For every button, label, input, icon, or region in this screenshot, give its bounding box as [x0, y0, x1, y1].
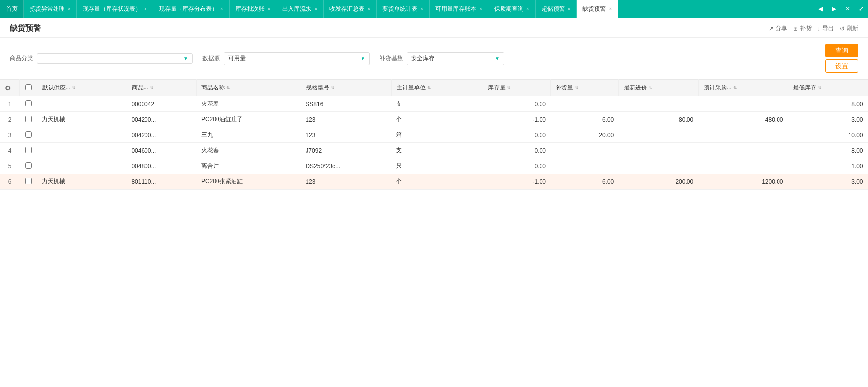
row-replenish-qty-2: 6.00 [551, 112, 618, 127]
top-navigation: 首页拣货异常处理×现存量（库存状况表）×现存量（库存分布表）×库存批次账×出入库… [0, 0, 868, 18]
nav-tab-label: 可用量库存账本 [435, 5, 476, 13]
replenish-base-select[interactable]: 安全库存 ▼ [407, 52, 504, 65]
nav-tab-close-inventory-status[interactable]: × [144, 6, 147, 12]
table-row: 4 004600... 火花塞 J7092 支 0.00 8.00 [0, 143, 868, 158]
nav-tab-close-demand-stats[interactable]: × [420, 6, 423, 12]
col-sku-name-label: 商品名称 [201, 84, 225, 92]
nav-close-btn[interactable]: ✕ [841, 0, 854, 18]
col-replenish-qty-sort[interactable]: ⇅ [575, 86, 579, 90]
nav-tab-close-available-ledger[interactable]: × [479, 6, 482, 12]
row-latest-price-6: 200.00 [618, 174, 698, 190]
nav-tab-collect-send[interactable]: 收发存汇总表× [324, 0, 377, 18]
col-latest-price: 最新进价⇅ [618, 80, 698, 96]
nav-tab-exception[interactable]: 拣货异常处理× [24, 0, 77, 18]
row-unit-5: 只 [391, 158, 483, 174]
settings-button[interactable]: 设置 [825, 59, 858, 73]
query-button[interactable]: 查询 [825, 44, 858, 57]
row-min-stock-6: 3.00 [788, 174, 868, 190]
category-select[interactable]: ▼ [37, 53, 193, 64]
nav-tab-close-collect-send[interactable]: × [367, 6, 370, 12]
nav-prev-btn[interactable]: ◀ [814, 0, 827, 18]
nav-tab-inventory-status[interactable]: 现存量（库存状况表）× [77, 0, 153, 18]
col-sku-code-label: 商品... [132, 84, 148, 92]
nav-tab-label: 首页 [6, 5, 18, 13]
nav-tab-inventory-dist[interactable]: 现存量（库存分布表）× [153, 0, 230, 18]
export-label: 导出 [822, 24, 834, 33]
col-unit: 主计量单位⇅ [391, 80, 483, 96]
row-num-3: 3 [0, 127, 19, 143]
row-min-stock-1: 8.00 [788, 96, 868, 112]
row-est-purchase-1 [698, 96, 788, 112]
col-latest-price-sort[interactable]: ⇅ [649, 86, 652, 90]
row-num-2: 2 [0, 112, 19, 127]
nav-tab-close-overstock[interactable]: × [568, 6, 571, 12]
nav-tab-close-inventory-dist[interactable]: × [220, 6, 223, 12]
refresh-btn[interactable]: ↺ 刷新 [840, 24, 858, 33]
row-replenish-qty-3: 20.00 [551, 127, 618, 143]
col-spec-sort[interactable]: ⇅ [331, 86, 335, 90]
col-sku-code-sort[interactable]: ⇅ [150, 86, 154, 90]
row-supplier-2: 力天机械 [37, 112, 127, 127]
row-check-3[interactable] [19, 127, 37, 143]
row-num-1: 1 [0, 96, 19, 112]
col-stock-sort[interactable]: ⇅ [507, 86, 511, 90]
row-supplier-6: 力天机械 [37, 174, 127, 190]
datasource-value: 可用量 [228, 54, 246, 63]
datasource-filter-group: 数据源 可用量 ▼ [202, 52, 370, 65]
nav-tab-close-in-out-flow[interactable]: × [314, 6, 317, 12]
col-sku-name-sort[interactable]: ⇅ [226, 86, 230, 90]
nav-tab-close-batch-ledger[interactable]: × [268, 6, 271, 12]
export-btn[interactable]: ↓ 导出 [817, 24, 834, 33]
nav-tab-close-expiry-query[interactable]: × [526, 6, 529, 12]
gear-icon[interactable]: ⚙ [5, 84, 11, 92]
row-stock-6: -1.00 [483, 174, 551, 190]
nav-tab-close-exception[interactable]: × [68, 6, 71, 12]
nav-tab-expiry-query[interactable]: 保质期查询× [488, 0, 536, 18]
row-check-4[interactable] [19, 143, 37, 158]
nav-tab-shortage[interactable]: 缺货预警× [577, 0, 618, 18]
share-label: 分享 [776, 24, 787, 33]
col-replenish-qty: 补货量⇅ [551, 80, 618, 96]
row-supplier-1 [37, 96, 127, 112]
nav-tab-demand-stats[interactable]: 要货单统计表× [377, 0, 430, 18]
header-actions: ↗ 分享 ⊞ 补货 ↓ 导出 ↺ 刷新 [769, 24, 858, 33]
nav-tab-overstock[interactable]: 超储预警× [536, 0, 577, 18]
row-replenish-qty-4 [551, 143, 618, 158]
col-est-purchase-sort[interactable]: ⇅ [733, 86, 737, 90]
replenish-btn[interactable]: ⊞ 补货 [793, 24, 812, 33]
row-unit-2: 个 [391, 112, 483, 127]
row-num-5: 5 [0, 158, 19, 174]
row-stock-2: -1.00 [483, 112, 551, 127]
col-min-stock: 最低库存⇅ [788, 80, 868, 96]
row-unit-4: 支 [391, 143, 483, 158]
row-spec-4: J7092 [301, 143, 391, 158]
table-header-row: ⚙ 默认供应...⇅ 商品...⇅ 商品名称⇅ 规格型号⇅ [0, 80, 868, 96]
row-stock-4: 0.00 [483, 143, 551, 158]
col-min-stock-sort[interactable]: ⇅ [818, 86, 822, 90]
nav-tab-in-out-flow[interactable]: 出入库流水× [276, 0, 324, 18]
row-sku-code-1: 0000042 [127, 96, 196, 112]
row-check-1[interactable] [19, 96, 37, 112]
check-all-checkbox[interactable] [25, 84, 32, 90]
col-supplier-sort[interactable]: ⇅ [72, 86, 76, 90]
row-check-2[interactable] [19, 112, 37, 127]
col-unit-sort[interactable]: ⇅ [427, 86, 431, 90]
row-spec-1: SS816 [301, 96, 391, 112]
nav-next-btn[interactable]: ▶ [827, 0, 841, 18]
row-check-5[interactable] [19, 158, 37, 174]
share-btn[interactable]: ↗ 分享 [769, 24, 787, 33]
row-num-6: 6 [0, 174, 19, 190]
row-est-purchase-3 [698, 127, 788, 143]
category-filter-group: 商品分类 ▼ [10, 53, 193, 64]
nav-tab-label: 库存批次账 [235, 5, 265, 13]
col-stock: 库存量⇅ [483, 80, 551, 96]
row-check-6[interactable] [19, 174, 37, 190]
nav-tab-batch-ledger[interactable]: 库存批次账× [230, 0, 277, 18]
nav-fullscreen-btn[interactable]: ⤢ [854, 0, 868, 18]
nav-tab-available-ledger[interactable]: 可用量库存账本× [430, 0, 488, 18]
nav-tab-home[interactable]: 首页 [0, 0, 24, 18]
nav-tab-close-shortage[interactable]: × [609, 6, 612, 12]
datasource-select[interactable]: 可用量 ▼ [224, 52, 370, 65]
datasource-dropdown-icon: ▼ [361, 56, 365, 61]
page-area: 缺货预警 ↗ 分享 ⊞ 补货 ↓ 导出 ↺ 刷新 商品分类 [0, 18, 868, 387]
